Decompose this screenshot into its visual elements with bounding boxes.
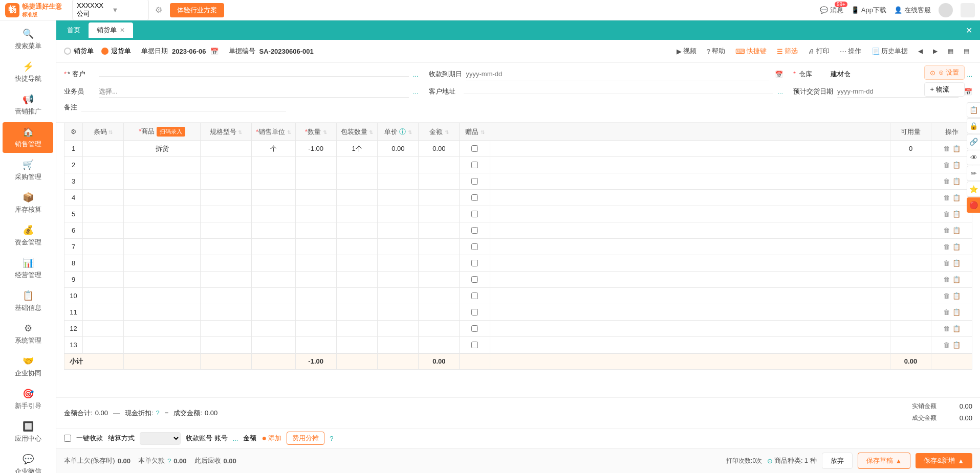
cell-spec-6[interactable] [201, 239, 252, 255]
company-select[interactable]: XXXXXX公司 ▼ [72, 0, 149, 20]
cell-spec-0[interactable] [201, 141, 252, 157]
cell-spec-3[interactable] [201, 190, 252, 206]
cell-price-7[interactable] [378, 255, 419, 272]
avatar[interactable] [939, 3, 953, 17]
cell-product-8[interactable] [124, 272, 201, 288]
cell-qty-1[interactable] [295, 157, 336, 173]
cell-price-12[interactable] [378, 337, 419, 353]
cell-amount-11[interactable] [419, 321, 460, 337]
online-service-btn[interactable]: 👤 在线客服 [894, 6, 931, 15]
sidebar-item-sales[interactable]: 🏠 销售管理 [3, 122, 53, 153]
sort-unit[interactable]: ⇅ [287, 129, 291, 135]
current-lack-help[interactable]: ? [167, 457, 171, 465]
cell-pkg-qty-5[interactable] [336, 222, 378, 239]
cell-price-6[interactable] [378, 239, 419, 255]
cell-price-3[interactable] [378, 190, 419, 206]
cell-amount-9[interactable] [419, 288, 460, 304]
cell-pkg-qty-1[interactable] [336, 157, 378, 173]
cell-gift-6[interactable] [460, 239, 490, 255]
expected-date-calendar-icon[interactable]: 📅 [964, 88, 972, 96]
cell-gift-4[interactable] [460, 206, 490, 222]
sort-qty[interactable]: ⇅ [323, 129, 327, 135]
sidebar-item-appstore[interactable]: 🔲 应用中心 [3, 417, 53, 447]
cell-gift-0[interactable] [460, 141, 490, 157]
cell-price-2[interactable] [378, 173, 419, 190]
radio-sales[interactable]: 销货单 [64, 47, 94, 56]
cell-spec-5[interactable] [201, 222, 252, 239]
cell-pkg-qty-2[interactable] [336, 173, 378, 190]
delete-icon-4[interactable]: 🗑 [943, 210, 950, 218]
cell-unit-9[interactable] [252, 288, 296, 304]
cell-qty-11[interactable] [295, 321, 336, 337]
note-input[interactable] [81, 103, 286, 111]
cell-price-0[interactable]: 0.00 [378, 141, 419, 157]
cell-product-3[interactable] [124, 190, 201, 206]
sort-pkg[interactable]: ⇅ [369, 129, 373, 135]
cell-spec-11[interactable] [201, 321, 252, 337]
cell-unit-12[interactable] [252, 337, 296, 353]
cell-amount-6[interactable] [419, 239, 460, 255]
tab-home[interactable]: 首页 [59, 22, 89, 38]
copy-icon-7[interactable]: 📋 [952, 259, 961, 267]
cell-barcode-11[interactable] [83, 321, 124, 337]
cell-spec-10[interactable] [201, 304, 252, 321]
cell-price-10[interactable] [378, 304, 419, 321]
sidebar-item-basic[interactable]: 📋 基础信息 [3, 286, 53, 317]
cell-barcode-5[interactable] [83, 222, 124, 239]
cell-product-5[interactable] [124, 222, 201, 239]
cell-unit-5[interactable] [252, 222, 296, 239]
cell-gift-9[interactable] [460, 288, 490, 304]
sidebar-item-shortcut[interactable]: ⚡ 快捷导航 [3, 57, 53, 87]
cell-price-4[interactable] [378, 206, 419, 222]
cell-product-12[interactable] [124, 337, 201, 353]
copy-icon-10[interactable]: 📋 [952, 308, 961, 316]
help-btn[interactable]: ? 帮助 [704, 45, 728, 57]
payment-date-input[interactable] [466, 68, 770, 80]
logistics-button[interactable]: + 物流 [924, 82, 965, 97]
scan-barcode-button[interactable]: 扫码录入 [157, 127, 185, 137]
customer-input[interactable] [99, 72, 409, 77]
cell-product-4[interactable] [124, 206, 201, 222]
sidebar-item-purchase[interactable]: 🛒 采购管理 [3, 155, 53, 186]
copy-icon-3[interactable]: 📋 [952, 194, 961, 201]
delete-icon-11[interactable]: 🗑 [943, 325, 950, 332]
cell-spec-12[interactable] [201, 337, 252, 353]
cell-amount-4[interactable] [419, 206, 460, 222]
cell-qty-5[interactable] [295, 222, 336, 239]
panel-btn-2[interactable]: 🔒 [967, 118, 980, 133]
cell-spec-8[interactable] [201, 272, 252, 288]
panel-btn-6[interactable]: ⭐ [967, 182, 980, 197]
nav-next-btn[interactable]: ▶ [930, 46, 941, 56]
tab-close-icon[interactable]: ✕ [120, 27, 125, 34]
cell-barcode-9[interactable] [83, 288, 124, 304]
panel-btn-4[interactable]: 👁 [967, 150, 980, 165]
cell-gift-5[interactable] [460, 222, 490, 239]
cell-barcode-10[interactable] [83, 304, 124, 321]
sidebar-item-wechat[interactable]: 💬 企业微信 [3, 449, 53, 473]
discard-button[interactable]: 放弃 [822, 453, 853, 469]
cell-price-11[interactable] [378, 321, 419, 337]
sort-barcode[interactable]: ⇅ [108, 129, 113, 135]
cell-product-10[interactable] [124, 304, 201, 321]
cell-gift-10[interactable] [460, 304, 490, 321]
salesperson-input[interactable] [99, 85, 409, 98]
cell-amount-12[interactable] [419, 337, 460, 353]
avatar-extra[interactable] [961, 3, 975, 17]
cell-price-1[interactable] [378, 157, 419, 173]
panel-btn-3[interactable]: 🔗 [967, 134, 980, 149]
cell-spec-2[interactable] [201, 173, 252, 190]
cell-qty-10[interactable] [295, 304, 336, 321]
cell-gift-3[interactable] [460, 190, 490, 206]
cell-pkg-qty-10[interactable] [336, 304, 378, 321]
price-info-icon[interactable]: ⓘ [399, 128, 406, 136]
app-download-btn[interactable]: 📱 App下载 [851, 6, 886, 15]
sidebar-item-system[interactable]: ⚙ 系统管理 [3, 319, 53, 349]
cell-amount-5[interactable] [419, 222, 460, 239]
cell-barcode-1[interactable] [83, 157, 124, 173]
customer-dots[interactable]: ... [413, 71, 419, 78]
settings-button[interactable]: ⊙ ⊙ 设置 [924, 65, 965, 80]
cell-qty-3[interactable] [295, 190, 336, 206]
calendar-icon[interactable]: 📅 [210, 48, 219, 55]
calc-method-select[interactable] [140, 432, 181, 445]
message-btn[interactable]: 💬 消息 99+ [820, 6, 843, 15]
